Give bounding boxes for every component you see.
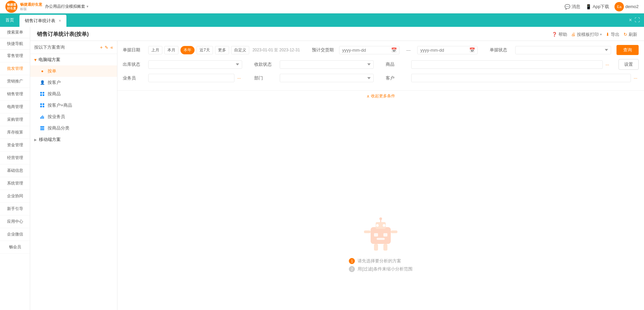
filter-date-more[interactable]: 更多 xyxy=(215,46,229,54)
topbar-right: 💬 消息 📱 App下载 Ea demo2 xyxy=(565,2,639,11)
print-action[interactable]: 🖨 按模板打印 ▾ xyxy=(571,32,602,38)
sidebar-item-inventory[interactable]: 库存核算 xyxy=(0,126,30,139)
sidebar-search[interactable]: 搜索菜单 xyxy=(0,27,30,38)
window-maximize-btn[interactable]: ⛶ xyxy=(635,17,640,23)
scheme-item-by-product[interactable]: 按商品 xyxy=(30,88,117,100)
sidebar-item-finance[interactable]: 资金管理 xyxy=(0,139,30,152)
svg-rect-27 xyxy=(383,244,387,251)
sidebar-item-member[interactable]: 畅会员 xyxy=(0,241,30,254)
filter-row-2: 出库状态 收款状态 xyxy=(123,59,639,70)
scheme-by-customer-label: 按客户 xyxy=(48,80,61,86)
scheme-mobile-group: ▶ 移动端方案 xyxy=(30,134,117,145)
tab-window-actions: × ⛶ xyxy=(629,17,644,23)
app-download-action[interactable]: 📱 App下载 xyxy=(586,4,609,10)
sidebar-enterprise-label: 企业协同 xyxy=(7,193,23,199)
filter-department-select[interactable] xyxy=(280,74,374,82)
empty-illustration xyxy=(361,214,401,254)
scheme-by-salesperson-label: 按业务员 xyxy=(48,114,65,120)
help-icon: ❓ xyxy=(552,32,557,37)
sidebar-item-appcenter[interactable]: 应用中心 xyxy=(0,215,30,228)
window-close-btn[interactable]: × xyxy=(629,17,632,23)
sidebar-item-purchase[interactable]: 采购管理 xyxy=(0,113,30,126)
user-action[interactable]: Ea demo2 xyxy=(614,2,639,11)
sidebar-item-basic[interactable]: 基础信息 xyxy=(0,164,30,177)
message-action[interactable]: 💬 消息 xyxy=(565,4,580,10)
scheme-add-btn[interactable]: + xyxy=(100,45,103,50)
sidebar-item-system[interactable]: 系统管理 xyxy=(0,177,30,190)
sidebar-item-corpwechat[interactable]: 企业微信 xyxy=(0,228,30,241)
query-btn[interactable]: 查询 xyxy=(616,45,639,55)
page-title: 销售订单统计表(按单) xyxy=(37,31,89,38)
svg-rect-12 xyxy=(40,126,44,127)
empty-tip-2: 2 用[过滤]条件来缩小分析范围 xyxy=(349,266,412,272)
sidebar-item-operation[interactable]: 经营管理 xyxy=(0,152,30,164)
filter-date-last-7days[interactable]: 近7天 xyxy=(197,46,213,54)
collapse-bar[interactable]: ∧ 收起更多条件 xyxy=(117,90,644,102)
scheme-by-order-label: 按单 xyxy=(48,68,56,74)
svg-rect-8 xyxy=(40,117,41,119)
sidebar-item-retail[interactable]: 零售管理 xyxy=(0,50,30,62)
tab-sales-order[interactable]: 销售订单统计表 × xyxy=(19,15,66,27)
filter-customer-input[interactable] xyxy=(411,74,631,82)
sidebar-item-sales[interactable]: 销售管理 xyxy=(0,88,30,101)
sidebar-item-marketing[interactable]: 营销推广 xyxy=(0,75,30,88)
scheme-desktop-group-header[interactable]: ▾ 电脑端方案 xyxy=(30,54,117,65)
filter-row-1: 单据日期 上月 本月 本年 近7天 更多 自定义 2023-01-01 至 20… xyxy=(123,45,639,55)
filter-salesperson-more-btn[interactable]: ··· xyxy=(236,74,242,82)
sidebar-sales-label: 销售管理 xyxy=(7,91,23,97)
scheme-by-product-icon xyxy=(40,91,45,97)
scheme-item-by-customer[interactable]: 👤 按客户 xyxy=(30,77,117,88)
tab-home[interactable]: 首页 xyxy=(0,13,19,27)
tab-close-icon[interactable]: × xyxy=(59,18,61,23)
scheme-edit-btn[interactable]: ✎ xyxy=(105,45,108,50)
filter-customer-wrapper: ··· xyxy=(411,74,639,82)
scheme-mobile-group-header[interactable]: ▶ 移动端方案 xyxy=(30,134,117,145)
scheme-header-actions: + ✎ « xyxy=(100,45,113,50)
sidebar-wholesale-label: 批发管理 xyxy=(7,66,23,71)
filter-date-label: 单据日期 xyxy=(123,47,143,53)
filter-date-this-month[interactable]: 本月 xyxy=(164,46,178,54)
filter-salesperson-input[interactable] xyxy=(148,74,234,82)
message-label: 消息 xyxy=(572,4,580,10)
tab-sales-order-label: 销售订单统计表 xyxy=(25,18,55,24)
filter-expected-date-end[interactable] xyxy=(417,46,478,54)
filter-product-more-btn[interactable]: ··· xyxy=(604,61,610,68)
filter-date-last-month[interactable]: 上月 xyxy=(148,46,162,54)
settings-btn[interactable]: 设置 xyxy=(619,59,639,70)
filter-product-input[interactable] xyxy=(411,60,603,69)
sidebar-item-newguide[interactable]: 新手引导 xyxy=(0,203,30,215)
sidebar-corpwechat-label: 企业微信 xyxy=(7,231,23,237)
scheme-item-by-order[interactable]: ● 按单 xyxy=(30,65,117,77)
filter-outbound-select[interactable] xyxy=(148,60,242,69)
filter-payment-select[interactable] xyxy=(280,60,374,69)
filter-customer-label: 客户 xyxy=(386,75,406,81)
inner-layout: 按以下方案查询 + ✎ « ▾ 电脑端方案 ● 按单 xyxy=(30,41,644,310)
filter-customer-more-btn[interactable]: ··· xyxy=(632,74,639,82)
sidebar-item-enterprise[interactable]: 企业协同 xyxy=(0,190,30,203)
export-action[interactable]: ⬇ 导出 xyxy=(606,32,620,38)
svg-rect-21 xyxy=(377,238,385,240)
industry-selector[interactable]: 办公用品行业模拟账套 ▾ xyxy=(45,4,89,9)
sidebar-inventory-label: 库存核算 xyxy=(7,130,23,135)
content: 销售订单统计表(按单) ❓ 帮助 🖨 按模板打印 ▾ ⬇ 导出 ↻ 刷新 xyxy=(30,27,644,310)
sidebar-item-ecommerce[interactable]: 电商管理 xyxy=(0,101,30,113)
filter-date-group: 上月 本月 本年 近7天 更多 自定义 2023-01-01 至 2023-12… xyxy=(148,46,300,54)
avatar: Ea xyxy=(614,2,624,11)
filter-status-select[interactable] xyxy=(515,46,611,54)
sidebar-quicknav[interactable]: 快捷导航 xyxy=(0,38,30,50)
sidebar-item-wholesale[interactable]: 批发管理 xyxy=(0,62,30,75)
filter-date-custom[interactable]: 自定义 xyxy=(231,46,249,54)
scheme-item-by-salesperson[interactable]: 按业务员 xyxy=(30,111,117,122)
filter-date-this-year[interactable]: 本年 xyxy=(180,46,195,54)
filter-expected-date-start[interactable] xyxy=(339,46,399,54)
scheme-item-by-category[interactable]: 按商品分类 xyxy=(30,122,117,134)
tab-home-label: 首页 xyxy=(5,17,14,23)
scheme-collapse-btn[interactable]: « xyxy=(110,45,113,50)
help-action[interactable]: ❓ 帮助 xyxy=(552,32,567,38)
export-label: 导出 xyxy=(611,32,620,38)
refresh-action[interactable]: ↻ 刷新 xyxy=(624,32,637,38)
scheme-item-by-customer-product[interactable]: 按客户+商品 xyxy=(30,100,117,111)
tabbar: 首页 销售订单统计表 × × ⛶ xyxy=(0,13,644,27)
username-label: demo2 xyxy=(625,4,639,9)
sidebar-ecommerce-label: 电商管理 xyxy=(7,104,23,110)
